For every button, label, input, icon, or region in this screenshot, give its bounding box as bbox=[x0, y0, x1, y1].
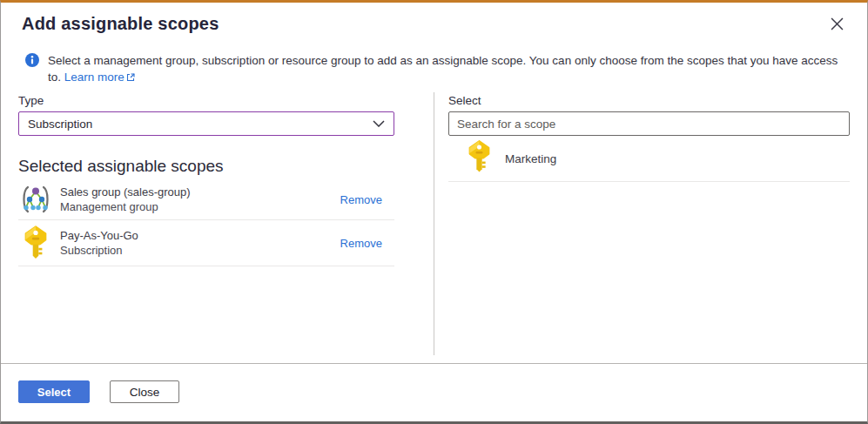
type-dropdown[interactable]: Subscription bbox=[18, 111, 394, 136]
info-banner: Select a management group, subscription … bbox=[25, 52, 850, 85]
remove-link[interactable]: Remove bbox=[340, 237, 382, 250]
select-button[interactable]: Select bbox=[18, 380, 90, 403]
learn-more-link[interactable]: Learn more bbox=[64, 71, 135, 84]
table-row: Pay-As-You-Go Subscription Remove bbox=[18, 220, 394, 266]
dialog-footer: Select Close bbox=[1, 363, 867, 421]
close-button-footer[interactable]: Close bbox=[110, 380, 179, 403]
scope-picker-panel: Select Marketing bbox=[434, 92, 867, 355]
scope-name: Sales group (sales-group) bbox=[60, 185, 191, 199]
close-button[interactable] bbox=[829, 17, 844, 33]
scope-type: Management group bbox=[60, 199, 191, 214]
dialog-header: Add assignable scopes bbox=[1, 3, 867, 34]
external-link-icon bbox=[126, 73, 135, 82]
scope-type: Subscription bbox=[60, 243, 138, 258]
info-icon bbox=[25, 53, 39, 67]
close-icon bbox=[831, 17, 844, 30]
scope-name: Pay-As-You-Go bbox=[60, 228, 138, 243]
chevron-down-icon bbox=[373, 120, 385, 127]
selected-scopes-heading: Selected assignable scopes bbox=[18, 157, 394, 176]
add-assignable-scopes-dialog: Add assignable scopes Select a managemen… bbox=[0, 0, 868, 424]
search-input[interactable] bbox=[448, 111, 850, 136]
dialog-body: Type Subscription Selected assignable sc… bbox=[1, 92, 867, 355]
type-label: Type bbox=[18, 94, 394, 107]
table-row: Sales group (sales-group) Management gro… bbox=[18, 179, 394, 220]
management-group-icon bbox=[20, 185, 51, 213]
key-icon bbox=[468, 140, 491, 177]
type-dropdown-value: Subscription bbox=[28, 118, 92, 131]
info-text: Select a management group, subscription … bbox=[48, 52, 850, 85]
key-icon bbox=[20, 225, 51, 260]
select-label: Select bbox=[448, 94, 850, 107]
page-title: Add assignable scopes bbox=[22, 14, 219, 33]
result-name: Marketing bbox=[505, 152, 556, 165]
list-item[interactable]: Marketing bbox=[448, 136, 850, 182]
selected-scopes-panel: Type Subscription Selected assignable sc… bbox=[1, 92, 434, 355]
remove-link[interactable]: Remove bbox=[340, 193, 382, 206]
